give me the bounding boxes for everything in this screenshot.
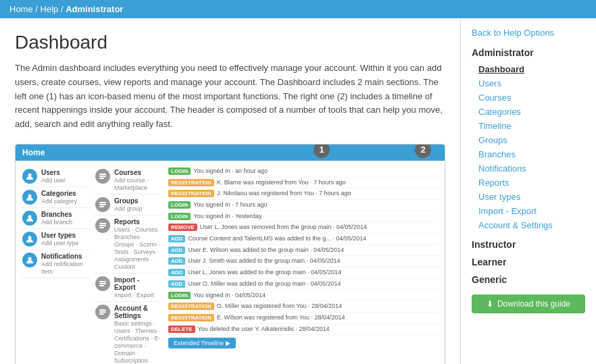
download-button[interactable]: ⬇ Download this guide bbox=[472, 294, 585, 313]
generic-title: Generic bbox=[472, 274, 585, 285]
breadcrumb-admin: Administrator bbox=[66, 4, 123, 14]
svg-rect-16 bbox=[99, 285, 104, 286]
learner-title: Learner bbox=[472, 257, 585, 267]
sidebar-nav-item[interactable]: Account & Settings bbox=[472, 218, 585, 232]
badge-2: 2 bbox=[415, 144, 431, 158]
svg-rect-15 bbox=[99, 283, 106, 284]
sidebar-nav-item[interactable]: Timeline bbox=[472, 119, 585, 133]
svg-point-2 bbox=[28, 215, 32, 218]
svg-point-3 bbox=[28, 236, 32, 239]
sidebar-nav-item[interactable]: Categories bbox=[472, 105, 585, 119]
timeline-item: LOGIN You signed In · 7 hours ago bbox=[168, 200, 439, 211]
ds-menu-icon bbox=[22, 169, 37, 184]
download-label: Download this guide bbox=[497, 299, 570, 309]
ds-menu-item: Branches Add branch bbox=[21, 208, 90, 229]
svg-point-1 bbox=[28, 194, 32, 197]
sidebar-nav-item[interactable]: Import - Export bbox=[472, 204, 585, 218]
ds-menu-item: Import - Export Import · Export bbox=[94, 274, 163, 302]
sidebar-nav-item[interactable]: Reports bbox=[472, 176, 585, 190]
sidebar: Back to Help Options Administrator Dashb… bbox=[461, 18, 596, 364]
timeline-item: REGISTRATION J. Nikolaou was registered … bbox=[168, 188, 439, 200]
timeline-item: REGISTRATION K. Blame was registered fro… bbox=[168, 178, 439, 189]
svg-rect-18 bbox=[99, 311, 106, 313]
top-bar: Home / Help / Administrator bbox=[0, 0, 596, 18]
svg-rect-17 bbox=[99, 309, 106, 311]
ds-menu-item: User types Add user type bbox=[21, 229, 90, 250]
ds-menu-icon bbox=[22, 211, 37, 226]
timeline-item: LOGIN You signed In · 04/05/2014 bbox=[168, 290, 439, 302]
dashboard-preview: Home 1 2 Users Add user Categories Add c… bbox=[15, 144, 445, 364]
ds-menu-item: Groups Add group bbox=[94, 194, 163, 215]
svg-rect-7 bbox=[99, 178, 104, 179]
svg-rect-11 bbox=[99, 223, 106, 224]
sidebar-nav-item[interactable]: Users bbox=[472, 76, 585, 90]
timeline-item: REGISTRATION E. Wilson was registered fr… bbox=[168, 313, 439, 324]
admin-section: Administrator DashboardUsersCoursesCateg… bbox=[472, 47, 585, 232]
svg-rect-6 bbox=[99, 176, 106, 177]
ds-menu-icon bbox=[95, 169, 110, 184]
svg-rect-13 bbox=[99, 227, 104, 228]
sidebar-nav-item[interactable]: Dashboard bbox=[472, 62, 585, 76]
timeline-item: ADD User O. Miller was added to the grou… bbox=[168, 279, 439, 290]
main-layout: Dashboard The Admin dashboard includes e… bbox=[0, 18, 596, 364]
ds-menu-item: Users Add user bbox=[21, 166, 90, 187]
svg-rect-8 bbox=[99, 202, 106, 203]
sidebar-nav-item[interactable]: Notifications bbox=[472, 161, 585, 176]
ds-header: Home 1 2 bbox=[16, 145, 445, 161]
svg-rect-10 bbox=[99, 206, 104, 207]
back-link[interactable]: Back to Help Options bbox=[472, 28, 585, 38]
home-link[interactable]: Home bbox=[9, 4, 33, 14]
content-area: Dashboard The Admin dashboard includes e… bbox=[0, 18, 461, 364]
ds-menu-icon bbox=[95, 197, 110, 212]
svg-rect-5 bbox=[99, 174, 106, 175]
timeline-item: ADD User J. Smith was added to the group… bbox=[168, 256, 439, 267]
svg-point-4 bbox=[28, 257, 32, 260]
svg-rect-14 bbox=[99, 281, 106, 282]
ds-menu-icon bbox=[22, 232, 37, 246]
extended-timeline-button[interactable]: Extended Timeline ▶ bbox=[168, 338, 236, 348]
sidebar-nav-item[interactable]: Courses bbox=[472, 90, 585, 105]
ds-menu-item: Notifications Add notification item bbox=[21, 250, 90, 278]
ds-menu-icon bbox=[95, 276, 110, 291]
svg-point-0 bbox=[28, 173, 32, 176]
ds-menu-item: Account & Settings Basic settings · User… bbox=[94, 302, 163, 364]
timeline-item: ADD User E. Wilson was added to the grou… bbox=[168, 245, 439, 257]
sidebar-nav-item[interactable]: Groups bbox=[472, 133, 585, 147]
ds-menu-icon bbox=[22, 190, 37, 205]
ds-left-menu: Users Add user Categories Add category B… bbox=[21, 166, 163, 364]
page-title: Dashboard bbox=[15, 32, 445, 53]
sidebar-nav-item[interactable]: Branches bbox=[472, 147, 585, 161]
timeline-item: REMOVE User L. Jones was removed from th… bbox=[168, 222, 439, 234]
svg-rect-9 bbox=[99, 204, 106, 205]
svg-rect-19 bbox=[99, 313, 104, 315]
timeline-item: REGISTRATION O. Miller was registered fr… bbox=[168, 301, 439, 313]
ds-menu-icon bbox=[95, 218, 110, 233]
timeline-item: ADD User L. Jones was added to the group… bbox=[168, 267, 439, 279]
svg-rect-12 bbox=[99, 225, 106, 226]
ds-menu-icon bbox=[22, 253, 37, 267]
ds-menu-item: Courses Add course · Marketplace bbox=[94, 166, 163, 194]
timeline-item: ADD Course Content and TalentLMS was add… bbox=[168, 234, 439, 245]
ds-timeline: LOGIN You signed In · an hour ago REGIST… bbox=[168, 166, 439, 364]
timeline-item: LOGIN You signed In · Yesterday bbox=[168, 211, 439, 223]
sidebar-nav-item[interactable]: User types bbox=[472, 190, 585, 204]
download-icon: ⬇ bbox=[487, 299, 493, 309]
ds-menu-item: Categories Add category bbox=[21, 187, 90, 208]
ds-menu-icon bbox=[95, 305, 110, 319]
timeline-item: LOGIN You signed In · an hour ago bbox=[168, 166, 439, 178]
instructor-title: Instructor bbox=[472, 239, 585, 250]
intro-text: The Admin dashboard includes everything … bbox=[15, 61, 445, 132]
help-link[interactable]: Help bbox=[41, 4, 59, 14]
badge-1: 1 bbox=[314, 144, 330, 158]
ds-menu-item: Reports Users · Courses · Branches · Gro… bbox=[94, 215, 163, 274]
admin-title: Administrator bbox=[472, 47, 585, 58]
timeline-item: DELETE You deleted the user Y. Aikaterin… bbox=[168, 324, 439, 336]
